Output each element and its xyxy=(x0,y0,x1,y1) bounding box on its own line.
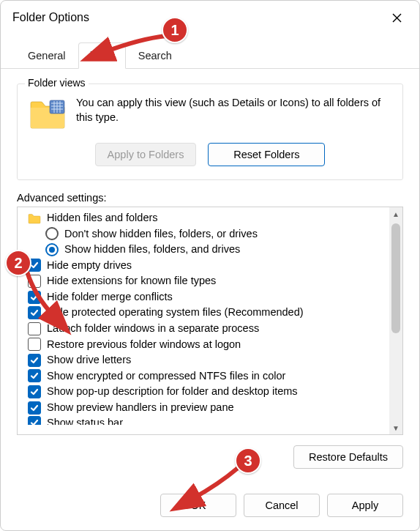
folder-views-description: You can apply this view (such as Details… xyxy=(76,96,391,125)
option-label: Hide empty drives xyxy=(47,259,132,273)
checkbox-icon xyxy=(28,369,41,382)
folder-icon xyxy=(28,212,41,224)
option-hide-extensions[interactable]: Hide extensions for known file types xyxy=(23,273,386,289)
reset-folders-button[interactable]: Reset Folders xyxy=(208,143,325,166)
radio-show-label: Show hidden files, folders, and drives xyxy=(64,242,240,257)
checkbox-icon xyxy=(28,354,41,367)
restore-defaults-button[interactable]: Restore Defaults xyxy=(293,445,403,469)
option-label: Show drive letters xyxy=(47,353,131,368)
window-title: Folder Options xyxy=(12,11,89,24)
checkbox-icon xyxy=(28,275,41,288)
option-show-preview-handlers[interactable]: Show preview handlers in preview pane xyxy=(23,400,386,416)
radio-icon xyxy=(45,243,59,256)
option-label: Show encrypted or compressed NTFS files … xyxy=(47,369,285,384)
checkbox-icon xyxy=(28,416,41,425)
radio-dont-show-label: Don't show hidden files, folders, or dri… xyxy=(64,227,258,242)
option-label: Hide protected operating system files (R… xyxy=(47,305,304,320)
option-label: Show pop-up description for folder and d… xyxy=(47,385,298,399)
scroll-down-icon[interactable]: ▼ xyxy=(389,421,402,434)
option-label: Launch folder windows in a separate proc… xyxy=(47,322,259,336)
apply-button[interactable]: Apply xyxy=(327,494,403,517)
option-restore-previous-windows[interactable]: Restore previous folder windows at logon xyxy=(23,337,386,353)
option-hide-merge-conflicts[interactable]: Hide folder merge conflicts xyxy=(23,289,386,305)
option-show-status-bar[interactable]: Show status bar xyxy=(23,415,386,425)
group-hidden-files: Hidden files and folders xyxy=(23,210,386,226)
apply-to-folders-button: Apply to Folders xyxy=(95,143,197,166)
cancel-button[interactable]: Cancel xyxy=(244,494,320,517)
scrollbar[interactable]: ▲ ▼ xyxy=(389,207,402,434)
folder-views-legend: Folder views xyxy=(25,77,89,89)
close-icon xyxy=(392,13,402,23)
folder-views-icon xyxy=(29,97,66,130)
checkbox-icon xyxy=(28,385,41,398)
option-show-encrypted-color[interactable]: Show encrypted or compressed NTFS files … xyxy=(23,368,386,385)
scroll-thumb[interactable] xyxy=(391,223,400,333)
option-launch-separate-process[interactable]: Launch folder windows in a separate proc… xyxy=(23,321,386,337)
option-label: Restore previous folder windows at logon xyxy=(47,338,241,352)
option-label: Hide extensions for known file types xyxy=(47,274,216,289)
close-button[interactable] xyxy=(383,7,410,29)
option-show-drive-letters[interactable]: Show drive letters xyxy=(23,352,386,368)
checkbox-icon xyxy=(28,322,41,335)
checkbox-icon xyxy=(28,338,41,351)
group-hidden-files-label: Hidden files and folders xyxy=(47,211,158,226)
checkbox-icon xyxy=(28,259,41,272)
advanced-settings-list: Hidden files and folders Don't show hidd… xyxy=(17,207,403,435)
tab-search[interactable]: Search xyxy=(126,43,184,69)
radio-dont-show[interactable]: Don't show hidden files, folders, or dri… xyxy=(23,226,386,242)
checkbox-icon xyxy=(28,291,41,304)
option-show-popup-description[interactable]: Show pop-up description for folder and d… xyxy=(23,384,386,400)
option-label: Show preview handlers in preview pane xyxy=(47,401,234,415)
radio-icon xyxy=(45,227,59,240)
option-label: Show status bar xyxy=(47,416,123,425)
option-hide-empty-drives[interactable]: Hide empty drives xyxy=(23,258,386,274)
tabs: General View Search xyxy=(1,33,419,69)
scroll-up-icon[interactable]: ▲ xyxy=(389,207,402,220)
folder-views-group: Folder views You can apply this view (su… xyxy=(17,83,403,180)
tab-view[interactable]: View xyxy=(78,42,126,69)
option-hide-protected-os-files[interactable]: Hide protected operating system files (R… xyxy=(23,305,386,321)
checkbox-icon xyxy=(28,401,41,415)
advanced-settings-label: Advanced settings: xyxy=(17,192,403,204)
option-label: Hide folder merge conflicts xyxy=(47,290,173,305)
checkbox-icon xyxy=(28,306,41,319)
tab-general[interactable]: General xyxy=(15,43,78,69)
ok-button[interactable]: OK xyxy=(160,494,236,517)
radio-show[interactable]: Show hidden files, folders, and drives xyxy=(23,242,386,258)
